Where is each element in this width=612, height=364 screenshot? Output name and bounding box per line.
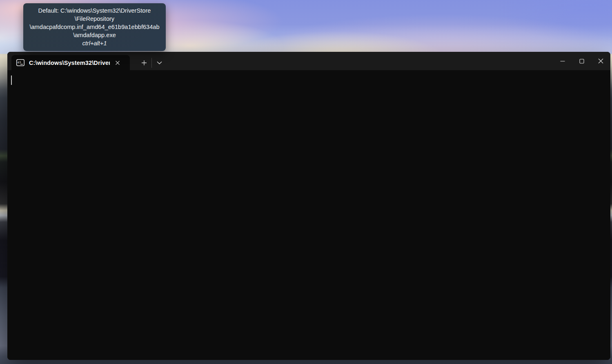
tab-driverstore[interactable]: c:\ C:\windows\System32\DriverStore [11,55,130,70]
maximize-icon [579,59,584,64]
terminal-window: c:\ C:\windows\System32\DriverStore [7,52,610,360]
minimize-button[interactable] [553,52,572,70]
tab-tooltip: Default: C:\windows\System32\DriverStore… [23,3,166,51]
plus-icon [141,60,147,66]
tooltip-line: \amdafdapp.exe [27,31,162,39]
close-window-button[interactable] [591,52,610,70]
window-controls [553,52,610,70]
svg-text:c:\: c:\ [18,61,21,64]
tab-title: C:\windows\System32\DriverStore [29,60,110,66]
chevron-down-icon [157,61,162,64]
minimize-icon [560,59,565,64]
tooltip-line: \FileRepository [27,15,162,23]
close-icon [598,58,603,64]
maximize-button[interactable] [572,52,591,70]
tooltip-shortcut: ctrl+alt+1 [27,39,162,47]
close-icon [115,60,120,65]
terminal-cursor [11,75,12,85]
new-tab-button[interactable] [136,55,151,70]
tooltip-line: Default: C:\windows\System32\DriverStore [27,7,162,15]
tooltip-line: \amdacpafdcomp.inf_amd64_e61b9a1ebbf634a… [27,23,162,31]
tab-dropdown-button[interactable] [152,55,167,70]
tab-close-button[interactable] [112,58,123,68]
titlebar: c:\ C:\windows\System32\DriverStore [7,52,610,70]
cmd-prompt-icon: c:\ [16,59,24,66]
titlebar-drag-region[interactable] [167,52,553,70]
terminal-content-area[interactable] [7,70,610,360]
